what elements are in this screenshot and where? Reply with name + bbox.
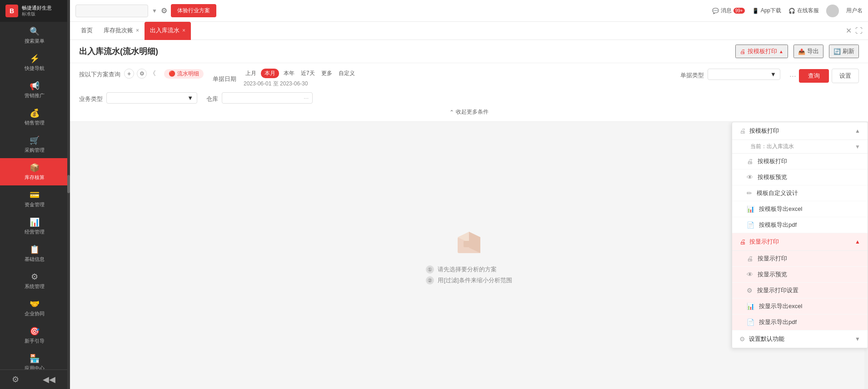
sidebar-settings-btn[interactable]: ⚙ [12,374,19,384]
print-dropdown-icon: ▲ [779,49,783,54]
sidebar-item-label: 资金管理 [25,201,45,208]
tab-home[interactable]: 首页 [75,22,98,40]
close-panel-btn[interactable]: ✕ [846,26,852,35]
gear-icon[interactable]: ⚙ [161,6,167,15]
sidebar-item-shortcut[interactable]: ⚡ 快捷导航 [0,49,67,76]
template-customize-label: 模板自定义设计 [757,189,798,197]
query-button[interactable]: 查询 [799,69,829,83]
newbie-icon: 🎯 [30,326,40,336]
set-default-header[interactable]: ⚙ 设置默认功能 ▼ [732,330,868,348]
sidebar-item-appstore[interactable]: 🏪 应用中心 [0,349,67,369]
settings-button[interactable]: 设置 [832,69,859,83]
topbar: ▼ ⚙ 体验行业方案 💬 消息 99+ 📱 App下载 🎧 在线客服 用户名 [70,0,868,22]
display-export-excel-item[interactable]: 📊 按显示导出excel [732,299,868,314]
marketing-icon: 📢 [30,81,40,91]
template-print-header-left: 🖨 按模板打印 [739,127,779,135]
sidebar-item-purchase[interactable]: 🛒 采购管理 [0,131,67,158]
slip-type-select[interactable]: ▼ [708,69,780,80]
template-export-excel-item[interactable]: 📊 按模板导出excel [732,201,868,217]
tab-inout-flow[interactable]: 出入库流水 × [145,22,191,40]
printer-header-icon: 🖨 [739,127,746,135]
template-print-icon: 🖨 [747,158,753,165]
sidebar-item-system[interactable]: ⚙ 系统管理 [0,267,67,294]
app-download-btn[interactable]: 📱 App下载 [752,7,781,15]
empty-box-icon [451,224,487,260]
date-btn-custom[interactable]: 自定义 [337,69,357,78]
template-export-pdf-label: 按模板导出pdf [759,221,797,229]
sidebar-item-label: 销售管理 [25,120,45,126]
sidebar: B 畅捷通好生意 标准版 🔍 搜索菜单 ⚡ 快捷导航 📢 营销推广 💰 销售管理… [0,0,67,389]
sidebar-item-operations[interactable]: 📊 经营管理 [0,213,67,240]
sidebar-item-newbie[interactable]: 🎯 新手引导 [0,322,67,349]
filter-add-button[interactable]: + [124,69,134,79]
search-icon: 🔍 [30,26,40,36]
warehouse-group: 仓库 ··· [206,92,313,104]
search-input[interactable] [75,5,148,17]
user-avatar[interactable] [826,5,839,17]
template-customize-item[interactable]: ✏ 模板自定义设计 [732,185,868,201]
date-btn-7days[interactable]: 近7天 [299,69,317,78]
industry-plan-button[interactable]: 体验行业方案 [171,4,216,17]
tip-text-1: 请先选择要分析的方案 [438,265,497,274]
display-export-pdf-item[interactable]: 📄 按显示导出pdf [732,314,868,330]
template-print-header[interactable]: 🖨 按模板打印 ▲ [732,122,868,140]
display-print-header-label: 按显示打印 [749,238,779,246]
template-export-pdf-item[interactable]: 📄 按模板导出pdf [732,217,868,233]
sidebar-item-marketing[interactable]: 📢 营销推广 [0,76,67,104]
display-preview-item[interactable]: 👁 按显示预览 [732,267,868,283]
display-print-settings-label: 按显示打印设置 [757,286,798,294]
set-default-label: 设置默认功能 [749,335,784,343]
sidebar-item-finance[interactable]: 💳 资金管理 [0,185,67,213]
biz-type-select[interactable]: ▼ [106,92,197,104]
tab-batch-account[interactable]: 库存批次账 × [98,22,145,40]
collapse-more-btn[interactable]: ⌃ 收起更多条件 [79,108,859,116]
warehouse-label: 仓库 [206,95,218,103]
biz-type-dropdown-icon: ▼ [187,95,193,101]
purchase-icon: 🛒 [30,135,40,145]
headset-icon: 🎧 [788,8,795,14]
biz-type-label: 业务类型 [79,95,103,103]
online-service-btn[interactable]: 🎧 在线客服 [788,7,819,15]
logo-icon: B [5,5,18,17]
export-btn[interactable]: 📤 导出 [793,45,823,58]
search-dropdown-icon[interactable]: ▼ [152,8,157,14]
refresh-btn[interactable]: 🔄 刷新 [829,45,859,58]
print-btn[interactable]: 🖨 按模板打印 ▲ [735,45,788,58]
sidebar-item-enterprise[interactable]: 🤝 企业协同 [0,294,67,322]
batch-account-tab-close[interactable]: × [136,27,139,34]
display-preview-icon: 👁 [747,271,753,278]
display-print-header[interactable]: 🖨 按显示打印 ▲ [732,233,868,251]
sidebar-item-search[interactable]: 🔍 搜索菜单 [0,22,67,49]
sidebar-item-basic[interactable]: 📋 基础信息 [0,240,67,267]
export-btn-label: 导出 [807,47,819,55]
filter-collapse-arrow[interactable]: 《 [150,70,156,78]
display-print-item[interactable]: 🖨 按显示打印 [732,251,868,267]
filter-setting-button[interactable]: ⚙ [137,69,147,79]
current-template-arrow: ▼ [855,144,860,150]
warehouse-select[interactable]: ··· [222,92,313,104]
template-preview-item[interactable]: 👁 按模板预览 [732,170,868,185]
sidebar-collapse-btn[interactable]: ◀◀ [43,374,55,384]
messages-btn[interactable]: 💬 消息 99+ [712,7,745,15]
export-icon: 📤 [798,48,805,55]
sidebar-logo: B 畅捷通好生意 标准版 [0,0,67,22]
expand-panel-btn[interactable]: ⛶ [855,27,863,35]
inout-flow-tab-close[interactable]: × [182,27,185,34]
more-icon[interactable]: ··· [789,71,796,81]
date-btn-more[interactable]: 更多 [319,69,334,78]
sidebar-item-label: 经营管理 [25,229,45,235]
collapse-label: 收起更多条件 [456,108,489,116]
empty-state: ① 请先选择要分析的方案 ② 用[过滤]条件来缩小分析范围 [426,224,512,287]
sidebar-item-inventory[interactable]: 📦 库存核算 [0,158,67,185]
page-header: 出入库流水(流水明细) 🖨 按模板打印 ▲ 📤 导出 🔄 刷新 [70,40,868,63]
sidebar-item-sales[interactable]: 💰 销售管理 [0,104,67,131]
filter-left: 按以下方案查询 + ⚙ 《 🔴 流水明细 [79,69,204,79]
refresh-icon: 🔄 [833,48,841,55]
date-btn-this-year[interactable]: 本年 [282,69,296,78]
date-btn-this-month[interactable]: 本月 [261,69,279,78]
filter-label: 按以下方案查询 [79,70,120,79]
sidebar-item-label: 应用中心 [25,365,45,369]
date-btn-last-month[interactable]: 上月 [244,69,258,78]
template-print-item[interactable]: 🖨 按模板打印 [732,154,868,170]
display-print-settings-item[interactable]: ⚙ 按显示打印设置 [732,283,868,299]
